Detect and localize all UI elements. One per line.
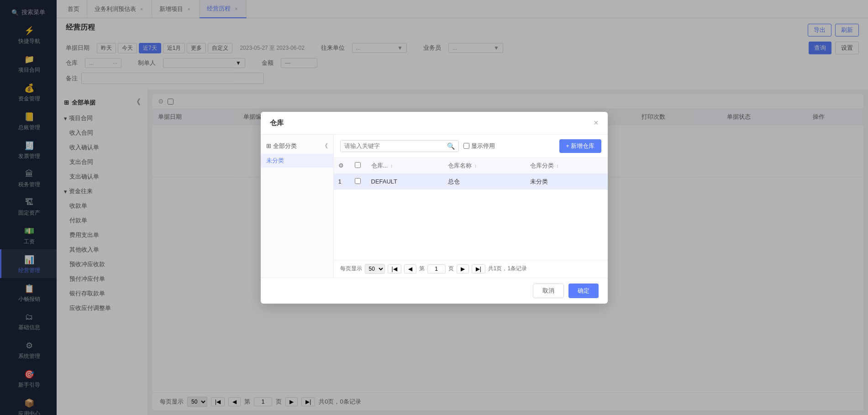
dialog-table: ⚙ 仓库... ↕ 仓库名称 ↕ 仓库分类 ↕ 1 DEFA bbox=[334, 158, 608, 190]
dialog-footer: 取消 确定 bbox=[261, 278, 608, 304]
dialog-search-box[interactable]: 🔍 bbox=[340, 140, 459, 152]
dialog-page-input[interactable] bbox=[427, 264, 446, 273]
dialog-page-size-label: 每页显示 bbox=[340, 265, 362, 273]
dialog-col-category: 仓库分类 ↕ bbox=[526, 158, 608, 174]
tree-item-unclassified[interactable]: 未分类 bbox=[261, 154, 333, 168]
dialog-select-all[interactable] bbox=[355, 162, 361, 168]
dialog-toolbar: 🔍 显示停用 + 新增仓库 bbox=[334, 135, 608, 158]
dialog-page-size-select[interactable]: 50 bbox=[365, 264, 385, 274]
add-warehouse-button[interactable]: + 新增仓库 bbox=[559, 139, 601, 153]
dialog-tree: ⊞ 全部分类 《 未分类 bbox=[261, 135, 334, 278]
dialog-first-page-btn[interactable]: |◀ bbox=[388, 264, 401, 273]
dialog-next-page-btn[interactable]: ▶ bbox=[457, 264, 469, 273]
dialog-col-check bbox=[350, 158, 367, 174]
row-category: 未分类 bbox=[526, 173, 608, 189]
row-name: 总仓 bbox=[443, 173, 526, 189]
dialog-col-name: 仓库名称 ↕ bbox=[443, 158, 526, 174]
dialog-search-input[interactable] bbox=[344, 142, 447, 149]
row-index: 1 bbox=[334, 173, 350, 189]
dialog-total-info: 共1页，1条记录 bbox=[488, 265, 527, 273]
dialog-close-button[interactable]: × bbox=[594, 118, 599, 128]
table-row[interactable]: 1 DEFAULT 总仓 未分类 bbox=[334, 173, 608, 189]
warehouse-dialog: 仓库 × ⊞ 全部分类 《 未分类 bbox=[261, 112, 608, 304]
tree-all-label: 全部分类 bbox=[273, 142, 297, 150]
cancel-button[interactable]: 取消 bbox=[533, 284, 564, 298]
dialog-title: 仓库 bbox=[270, 119, 284, 127]
row-checkbox[interactable] bbox=[355, 178, 361, 184]
dialog-gear-icon[interactable]: ⚙ bbox=[338, 162, 344, 169]
show-disabled-checkbox[interactable] bbox=[463, 143, 469, 149]
dialog-page-unit: 页 bbox=[448, 265, 454, 273]
dialog-pagination: 每页显示 50 |◀ ◀ 第 页 ▶ ▶| 共1页，1条记录 bbox=[334, 260, 608, 278]
tree-collapse-icon[interactable]: 《 bbox=[322, 142, 328, 150]
dialog-prev-page-btn[interactable]: ◀ bbox=[404, 264, 416, 273]
dialog-body: ⊞ 全部分类 《 未分类 🔍 bbox=[261, 135, 608, 278]
dialog-col-code: 仓库... ↕ bbox=[367, 158, 444, 174]
search-icon[interactable]: 🔍 bbox=[447, 142, 455, 150]
row-code: DEFAULT bbox=[367, 173, 444, 189]
dialog-col-gear: ⚙ bbox=[334, 158, 350, 174]
dialog-page-label: 第 bbox=[419, 265, 425, 273]
dialog-right: 🔍 显示停用 + 新增仓库 ⚙ bbox=[334, 135, 608, 278]
show-disabled-checkbox-label[interactable]: 显示停用 bbox=[463, 142, 495, 150]
show-disabled-label: 显示停用 bbox=[471, 142, 495, 150]
dialog-overlay: 仓库 × ⊞ 全部分类 《 未分类 bbox=[0, 0, 868, 415]
dialog-last-page-btn[interactable]: ▶| bbox=[472, 264, 485, 273]
dialog-header: 仓库 × bbox=[261, 112, 608, 135]
confirm-button[interactable]: 确定 bbox=[568, 284, 599, 298]
grid-icon2: ⊞ bbox=[266, 142, 271, 149]
tree-all-category[interactable]: ⊞ 全部分类 《 bbox=[261, 138, 333, 154]
row-checkbox-cell bbox=[350, 173, 367, 189]
dialog-table-wrap: ⚙ 仓库... ↕ 仓库名称 ↕ 仓库分类 ↕ 1 DEFA bbox=[334, 158, 608, 260]
